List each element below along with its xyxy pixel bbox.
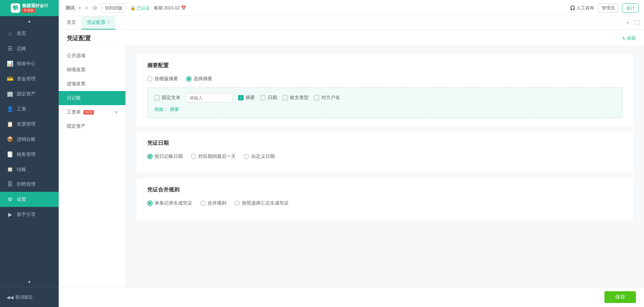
- checkbox-fixed-text[interactable]: 固定文本: [154, 95, 180, 101]
- radio-select-summary[interactable]: 选择摘要: [186, 76, 212, 82]
- headset-icon: 🎧: [570, 5, 575, 10]
- admin-button[interactable]: 管理员: [598, 3, 619, 13]
- checkbox-date[interactable]: 日期: [260, 95, 277, 101]
- fullscreen-button[interactable]: ⛶: [633, 18, 641, 27]
- radio-template-circle: [147, 76, 153, 82]
- pin-icon: ◀◀: [7, 295, 13, 300]
- logo-icon: 畅: [11, 3, 20, 13]
- logo-sub: 专业版: [22, 8, 35, 13]
- sidebar-item-assets[interactable]: 🏢 固定资产: [0, 86, 59, 101]
- refresh-button[interactable]: ↻ 刷新: [622, 35, 636, 41]
- merge-section: 凭证合并规则 单条记录生成凭证 合并规则 按照选择汇总生成凭证: [137, 178, 633, 220]
- sidebar-item-label-reports: 报表中心: [17, 61, 36, 67]
- fixed-text-input[interactable]: [186, 93, 233, 102]
- single-record-circle: [147, 201, 153, 206]
- sidebar-item-label-settle: 结账: [17, 167, 26, 173]
- period-label: 账期 2023-02 📅: [154, 5, 186, 11]
- summary-radio-group: 按模版摘要 选择摘要: [147, 76, 623, 82]
- radio-custom-date[interactable]: 自定义日期: [244, 154, 275, 160]
- radio-select-circle: [186, 76, 192, 82]
- accountant-button[interactable]: 会计: [623, 3, 639, 13]
- refresh-icon: ↻: [622, 36, 626, 41]
- tab-home[interactable]: 首页: [61, 16, 82, 30]
- settle-icon: 🔲: [7, 166, 13, 173]
- tab-voucher-config-label: 凭证配置: [87, 19, 106, 26]
- home-icon: ⌂: [7, 31, 13, 37]
- config-sidebar-public[interactable]: 公共选项: [59, 49, 125, 63]
- config-sidebar-sales-invoice[interactable]: 销项发票: [59, 63, 125, 77]
- old-version-button[interactable]: 切到旧版: [101, 3, 126, 13]
- diary-date-circle: [147, 154, 153, 159]
- merge-rules-circle: [200, 201, 206, 206]
- summary-config-box: 固定文本 ✓ 摘要 日期: [147, 87, 623, 118]
- sidebar-item-newbie[interactable]: ▶ 新手引导: [0, 207, 59, 222]
- date-section: 凭证日期 按日记账日期 对应期间最后一天 自定义日期: [137, 132, 633, 173]
- config-sidebar: 公共选项 销项发票 进项发票 日记账 工资表 NEW ▾ 固定资产: [59, 46, 126, 287]
- checkbox-summary[interactable]: ✓ 摘要: [238, 95, 255, 101]
- sidebar-fix-button[interactable]: ◀◀ 取消固定: [0, 291, 59, 304]
- tab-bar-actions: × ⛶: [625, 18, 641, 27]
- radio-diary-date[interactable]: 按日记账日期: [147, 154, 183, 160]
- payroll-expand-icon[interactable]: ▾: [115, 110, 117, 115]
- checkbox-counterpart[interactable]: 对方户名: [314, 95, 340, 101]
- sidebar-bottom: ◀◀ 取消固定: [0, 287, 59, 307]
- sidebar-item-reports[interactable]: 📊 报表中心: [0, 56, 59, 71]
- page-header: 凭证配置 ↻ 刷新: [59, 30, 644, 46]
- sidebar-item-label-archive: 归档管理: [17, 181, 36, 187]
- sidebar-item-invoice-mgmt[interactable]: 📋 发票管理: [0, 117, 59, 132]
- save-button[interactable]: 保存: [604, 291, 636, 303]
- sidebar-scroll-up[interactable]: ▲: [26, 17, 33, 25]
- checkbox-income-type[interactable]: 收支类型: [282, 95, 309, 101]
- add-icon[interactable]: +: [85, 5, 89, 11]
- summary-config-row: 固定文本 ✓ 摘要 日期: [154, 93, 615, 102]
- funds-icon: 💳: [7, 76, 13, 82]
- sidebar-item-archive[interactable]: 🗄 归档管理: [0, 177, 59, 192]
- merge-radio-group: 单条记录生成凭证 合并规则 按照选择汇总生成凭证: [147, 200, 623, 206]
- sidebar-item-settings[interactable]: ⚙ 设置: [0, 192, 59, 207]
- sidebar-scroll-down[interactable]: ▼: [26, 278, 33, 286]
- logo-title: 畅捷通好会计: [22, 3, 48, 8]
- sidebar-item-funds[interactable]: 💳 资金管理: [0, 71, 59, 86]
- counterpart-checkbox: [314, 95, 319, 100]
- config-sidebar-payroll[interactable]: 工资表 NEW ▾: [59, 105, 125, 119]
- summary-example: 例如： 摘要: [154, 106, 615, 113]
- radio-period-last[interactable]: 对应期间最后一天: [191, 154, 236, 160]
- sidebar-item-tax[interactable]: 📑 税务管理: [0, 147, 59, 162]
- save-bar: 保存: [59, 287, 644, 307]
- summary-gen-circle: [234, 201, 240, 206]
- close-window-button[interactable]: ×: [625, 18, 631, 27]
- period-last-circle: [191, 154, 196, 159]
- radio-summary-gen[interactable]: 按照选择汇总生成凭证: [234, 200, 289, 206]
- radio-template-summary[interactable]: 按模版摘要: [147, 76, 178, 82]
- tab-voucher-config[interactable]: 凭证配置 ×: [82, 16, 115, 30]
- sidebar-item-label-wages: 工资: [17, 106, 26, 112]
- company-name: 测试: [65, 5, 75, 11]
- sidebar-item-home[interactable]: ⌂ 首页: [0, 26, 59, 41]
- config-sidebar-purchase-invoice[interactable]: 进项发票: [59, 77, 125, 91]
- radio-single-record[interactable]: 单条记录生成凭证: [147, 200, 192, 206]
- sidebar-scroll-down-area: ▼: [0, 277, 59, 287]
- main-layout: ▲ ⌂ 首页 ☰ 总账 📊 报表中心 💳 资金管理 🏢 固定资产: [0, 16, 644, 307]
- gear-icon[interactable]: ⚙: [93, 5, 97, 11]
- consult-button[interactable]: 🎧 人工咨询: [570, 5, 594, 11]
- sidebar-item-ledger[interactable]: ☰ 总账: [0, 41, 59, 56]
- sidebar-scroll-up-area: ▲: [0, 16, 59, 26]
- sidebar-item-settle[interactable]: 🔲 结账: [0, 162, 59, 177]
- radio-merge-rules[interactable]: 合并规则: [200, 200, 226, 206]
- config-sidebar-diary[interactable]: 日记账: [59, 91, 125, 105]
- dropdown-icon[interactable]: ▾: [79, 6, 81, 10]
- archive-icon: 🗄: [7, 181, 13, 187]
- tab-close-icon[interactable]: ×: [108, 20, 110, 25]
- config-sidebar-fixed-assets[interactable]: 固定资产: [59, 119, 125, 133]
- sidebar-item-label-tax: 税务管理: [17, 151, 36, 158]
- summary-checkbox: ✓: [238, 95, 244, 100]
- wages-icon: 👤: [7, 106, 13, 112]
- sidebar-item-wages[interactable]: 👤 工资: [0, 101, 59, 117]
- new-badge: NEW: [84, 110, 94, 115]
- tab-home-label: 首页: [67, 19, 76, 26]
- sidebar-item-purchase-sale[interactable]: 📦 进销台账: [0, 132, 59, 147]
- config-main: 摘要配置 按模版摘要 选择摘要: [126, 46, 644, 287]
- sidebar-item-label-purchase-sale: 进销台账: [17, 136, 36, 142]
- newbie-icon: ▶: [7, 211, 13, 218]
- certified-label: 已认证: [137, 5, 150, 11]
